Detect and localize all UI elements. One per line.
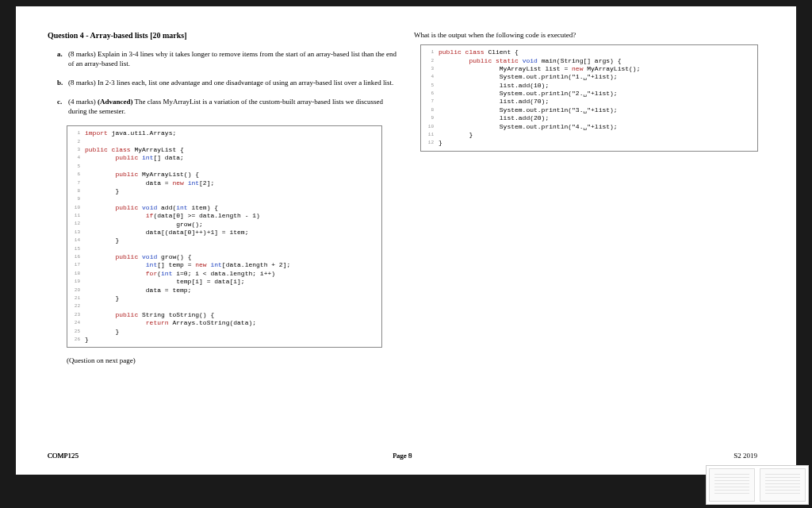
- sub-a: a. (8 marks) Explain in 3-4 lines why it…: [57, 49, 398, 68]
- thumbnail-page-left[interactable]: [709, 468, 755, 502]
- question-title: Question 4 - Array-based lists [20 marks…: [48, 30, 398, 41]
- sub-body-b: (8 marks) In 2-3 lines each, list one ad…: [68, 78, 398, 87]
- page-left: Question 4 - Array-based lists [20 marks…: [40, 30, 406, 467]
- continuation-note: (Question on next page): [67, 356, 398, 365]
- document-spread: Question 4 - Array-based lists [20 marks…: [16, 6, 796, 475]
- code-right: 1public class Client {2 public static vo…: [420, 44, 758, 152]
- footer-right: COMP125 Page 9: [16, 451, 796, 460]
- sub-body-a: (8 marks) Explain in 3-4 lines why it ta…: [68, 49, 398, 68]
- sub-c: c. (4 marks) (Advanced) The class MyArra…: [57, 97, 398, 116]
- thumbnail-preview[interactable]: [706, 465, 809, 505]
- page-right: What is the output when the following co…: [406, 30, 772, 467]
- code-left: 1import java.util.Arrays;23public class …: [67, 125, 382, 348]
- sub-c-pre: (4 marks): [68, 98, 98, 106]
- sub-body-c: (4 marks) (Advanced) The class MyArrayLi…: [68, 97, 398, 116]
- sub-letter-b: b.: [57, 78, 68, 87]
- thumbnail-page-right[interactable]: [760, 468, 806, 502]
- sub-letter-a: a.: [57, 49, 68, 68]
- footer-sem-right: [521, 451, 757, 460]
- footer-page-right: Page 9: [284, 451, 520, 460]
- sub-letter-c: c.: [57, 97, 68, 116]
- right-question: What is the output when the following co…: [414, 30, 764, 40]
- footer-course-right: COMP125: [48, 451, 284, 460]
- sub-c-adv: (Advanced): [98, 98, 133, 106]
- sub-b: b. (8 marks) In 2-3 lines each, list one…: [57, 78, 398, 87]
